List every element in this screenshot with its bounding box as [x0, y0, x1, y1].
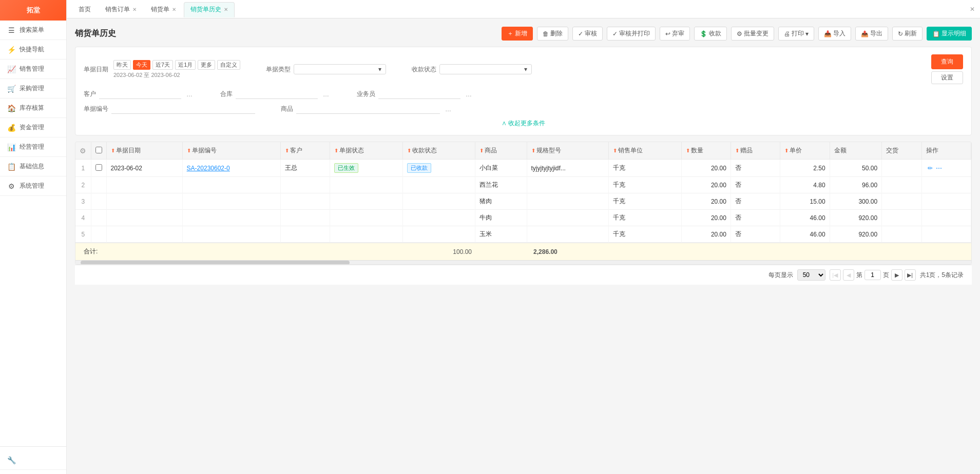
add-button[interactable]: ＋ 新增 [502, 27, 533, 41]
sort-docno-icon[interactable]: ⬆ [187, 148, 191, 153]
column-settings-icon[interactable]: ⚙ [80, 147, 86, 155]
settings-col-header: ⚙ [75, 142, 91, 160]
date-btn-more[interactable]: 更多 [198, 60, 215, 70]
row-checkbox[interactable] [95, 164, 102, 171]
sidebar-item-inventory[interactable]: 🏠 库存核算 [0, 98, 66, 118]
product-input[interactable] [296, 104, 440, 114]
sidebar-item-base-info[interactable]: 📋 基础信息 [0, 157, 66, 176]
sidebar-item-sys-mgmt[interactable]: ⚙ 系统管理 [0, 176, 66, 196]
tab-sales-history-close[interactable]: ✕ [224, 7, 228, 12]
sort-spec-icon[interactable]: ⬆ [531, 148, 535, 153]
next-page-btn[interactable]: ▶ [891, 269, 902, 281]
sidebar-bottom-item[interactable]: 🔧 [0, 451, 66, 470]
filter-staff-item: 业务员 … [357, 89, 474, 99]
warehouse-ellipsis[interactable]: … [321, 91, 331, 98]
filter-doc-type-item: 单据类型 ▾ [266, 64, 386, 74]
tab-sales-order-close[interactable]: ✕ [132, 7, 137, 12]
discard-button[interactable]: ↩ 弃审 [660, 27, 690, 41]
footer-amount: 2,286.00 [533, 248, 558, 255]
collapse-row[interactable]: ∧ 收起更多条件 [84, 119, 963, 128]
sort-date-icon[interactable]: ⬆ [111, 148, 115, 153]
sidebar-item-purchase-mgmt[interactable]: 🛒 采购管理 [0, 79, 66, 98]
customer-input[interactable] [99, 89, 181, 99]
date-btn-yesterday[interactable]: 昨天 [113, 60, 131, 70]
sidebar-item-label: 资金管理 [20, 123, 44, 132]
table-row: 5 玉米 千克 20.00 否 46.00 920.00 [75, 226, 971, 243]
batch-change-button[interactable]: ⚙ 批量变更 [731, 27, 774, 41]
per-page-select[interactable]: 50 10 20 100 [797, 269, 825, 281]
sort-product-icon[interactable]: ⬆ [479, 148, 484, 153]
tab-sales-order-label: 销售订单 [105, 5, 130, 14]
col-payment-status: ⬆收款状态 [402, 142, 475, 160]
filter-doc-type-label: 单据类型 [266, 65, 291, 74]
sort-docstatus-icon[interactable]: ⬆ [334, 148, 338, 153]
sort-unit-icon[interactable]: ⬆ [613, 148, 617, 153]
tab-sales-history[interactable]: 销货单历史 ✕ [184, 2, 235, 17]
doc-type-select[interactable]: ▾ [294, 64, 386, 74]
sidebar-item-search-menu[interactable]: ☰ 搜索菜单 [0, 21, 66, 40]
first-page-btn[interactable]: |◀ [830, 269, 841, 281]
tab-sales-order[interactable]: 销售订单 ✕ [99, 2, 143, 17]
row-checkbox-cell [91, 226, 106, 243]
horizontal-scrollbar[interactable] [75, 260, 971, 264]
tab-sales-invoice[interactable]: 销货单 ✕ [144, 2, 183, 17]
unit-cell: 千克 [608, 160, 681, 177]
sales-mgmt-icon: 📈 [7, 65, 15, 73]
customer-ellipsis[interactable]: … [184, 91, 195, 98]
col-unit: ⬆销售单位 [608, 142, 681, 160]
filter-product-label: 商品 [281, 105, 293, 113]
refresh-button[interactable]: ↻ 刷新 [892, 27, 923, 41]
date-btn-today[interactable]: 今天 [133, 60, 150, 70]
audit-button[interactable]: ✓ 审核 [572, 27, 603, 41]
warehouse-input[interactable] [236, 89, 318, 99]
staff-input[interactable] [378, 89, 460, 99]
sort-gift-icon[interactable]: ⬆ [735, 148, 739, 153]
doc-no-link[interactable]: SA-20230602-0 [187, 165, 230, 172]
page-suffix: 页 [883, 271, 889, 280]
audit-print-button[interactable]: ✓ 审核并打印 [607, 27, 656, 41]
export-button[interactable]: 📤 导出 [855, 27, 888, 41]
select-all-checkbox[interactable] [95, 147, 102, 153]
date-btn-7days[interactable]: 近7天 [152, 60, 173, 70]
date-btn-1month[interactable]: 近1月 [175, 60, 196, 70]
print-button[interactable]: 🖨 打印 ▾ [778, 27, 814, 41]
query-button[interactable]: 查询 [931, 54, 963, 69]
page-input[interactable] [864, 270, 881, 280]
prev-page-btn[interactable]: ◀ [843, 269, 854, 281]
tab-sales-invoice-close[interactable]: ✕ [172, 7, 176, 12]
edit-action-btn[interactable]: ✏ [926, 165, 934, 172]
staff-ellipsis[interactable]: … [464, 91, 474, 98]
sidebar-item-ops-mgmt[interactable]: 📊 经营管理 [0, 137, 66, 157]
sort-qty-icon[interactable]: ⬆ [686, 148, 690, 153]
sidebar-item-sales-mgmt[interactable]: 📈 销售管理 [0, 60, 66, 79]
settings-button[interactable]: 设置 [931, 71, 963, 84]
delete-button[interactable]: 🗑 删除 [537, 27, 568, 41]
doc-no-input[interactable] [111, 104, 255, 114]
date-btn-custom[interactable]: 自定义 [217, 60, 240, 70]
filter-row-2: 客户 … 合库 … 业务员 … [84, 89, 963, 99]
last-page-btn[interactable]: ▶| [905, 269, 916, 281]
payment-status-select[interactable]: ▾ [439, 64, 532, 74]
sort-customer-icon[interactable]: ⬆ [285, 148, 289, 153]
sidebar-item-label: 库存核算 [20, 104, 44, 112]
col-customer: ⬆客户 [280, 142, 330, 160]
sidebar-item-finance[interactable]: 💰 资金管理 [0, 118, 66, 137]
doc-no-cell: SA-20230602-0 [182, 160, 280, 177]
page-label: 第 [856, 271, 862, 280]
row-checkbox-cell [91, 193, 106, 210]
row-checkbox-cell [91, 210, 106, 226]
col-doc-no: ⬆单据编号 [182, 142, 280, 160]
sidebar-item-quick-nav[interactable]: ⚡ 快捷导航 [0, 40, 66, 60]
more-action-btn[interactable]: ⋯ [934, 165, 944, 172]
show-detail-button[interactable]: 📋 显示明细 [927, 27, 972, 41]
audit-icon: ✓ [578, 30, 583, 37]
import-button[interactable]: 📥 导入 [818, 27, 851, 41]
tab-home[interactable]: 首页 [72, 2, 98, 17]
date-cell: 2023-06-02 [106, 160, 182, 177]
collect-button[interactable]: 💲 收款 [694, 27, 727, 41]
batch-change-icon: ⚙ [737, 30, 742, 37]
window-close-btn[interactable]: ✕ [970, 6, 975, 13]
sort-paystatus-icon[interactable]: ⬆ [407, 148, 411, 153]
sort-price-icon[interactable]: ⬆ [784, 148, 789, 153]
product-ellipsis[interactable]: … [443, 106, 453, 113]
